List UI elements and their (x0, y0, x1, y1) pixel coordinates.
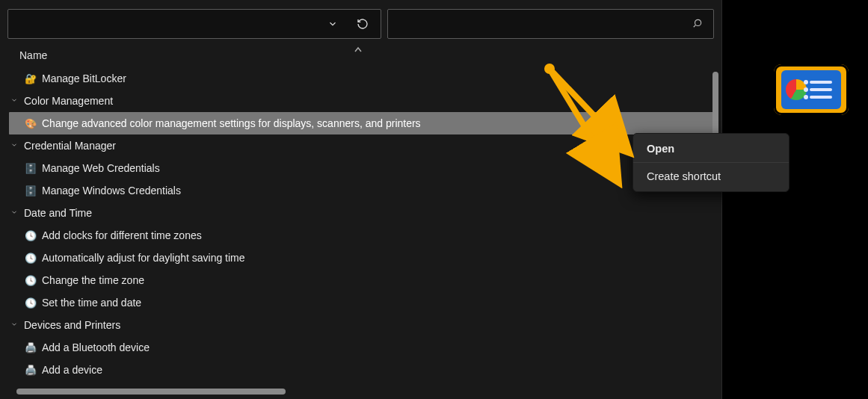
slider-bars-icon (810, 81, 832, 99)
svg-point-0 (695, 19, 701, 25)
group-label: Credential Manager (24, 140, 116, 152)
list-item-label: Manage Windows Credentials (42, 185, 181, 197)
chevron-down-icon (9, 208, 19, 217)
list-item-label: Add a device (42, 364, 102, 376)
list-item-label: Automatically adjust for daylight saving… (42, 252, 245, 264)
list-item-label: Change the time zone (42, 274, 144, 286)
clock-icon: 🕓 (24, 273, 37, 287)
vertical-scrollbar-thumb[interactable] (712, 72, 718, 139)
group-label: Color Management (24, 95, 113, 107)
address-bar[interactable] (7, 9, 381, 39)
sort-indicator-icon (354, 45, 362, 54)
list-item[interactable]: 🖨️Add a Bluetooth device (9, 336, 714, 359)
horizontal-scrollbar-thumb[interactable] (16, 389, 286, 395)
explorer-window: Name 🔐Manage BitLockerColor Management🎨C… (0, 0, 722, 399)
device-icon: 🖨️ (24, 341, 37, 354)
group-label: Date and Time (24, 207, 92, 219)
list-item-label: Add clocks for different time zones (42, 229, 202, 241)
column-header-name[interactable]: Name (9, 45, 721, 66)
list-item[interactable]: 🖨️Add a device (9, 359, 714, 381)
menu-item-create-shortcut[interactable]: Create shortcut (633, 162, 789, 190)
color-icon: 🎨 (24, 117, 37, 130)
clock-icon: 🕓 (24, 229, 37, 242)
history-dropdown-button[interactable] (319, 13, 346, 35)
device-icon: 🖨️ (24, 363, 37, 377)
search-bar[interactable] (387, 9, 714, 39)
search-icon (692, 18, 703, 31)
group-header-devices[interactable]: Devices and Printers (9, 314, 714, 336)
chevron-down-icon (327, 19, 338, 29)
refresh-icon (357, 18, 369, 30)
menu-item-open[interactable]: Open (633, 135, 789, 162)
chevron-down-icon (9, 96, 19, 105)
list-item-label: Manage BitLocker (42, 72, 126, 84)
svg-line-1 (694, 25, 696, 27)
list-item-label: Add a Bluetooth device (42, 341, 150, 353)
list-item[interactable]: 🔐Manage BitLocker (9, 67, 714, 90)
vault-icon: 🗄️ (24, 161, 37, 175)
clock-icon: 🕓 (24, 296, 37, 309)
group-header-color[interactable]: Color Management (9, 90, 714, 112)
list-item[interactable]: 🕓Set the time and date (9, 291, 714, 314)
refresh-button[interactable] (349, 13, 376, 35)
list-item[interactable]: 🎨Change advanced color management settin… (9, 112, 714, 134)
control-panel-screen-icon (781, 70, 841, 109)
task-list: 🔐Manage BitLockerColor Management🎨Change… (9, 67, 714, 392)
list-item-label: Set the time and date (42, 297, 141, 309)
list-item[interactable]: 🕓Add clocks for different time zones (9, 224, 714, 247)
control-panel-icon (774, 64, 849, 115)
group-header-datetime[interactable]: Date and Time (9, 202, 714, 224)
list-item[interactable]: 🗄️Manage Web Credentials (9, 157, 714, 179)
content-area: Name 🔐Manage BitLockerColor Management🎨C… (0, 45, 721, 399)
bitlocker-icon: 🔐 (24, 72, 37, 85)
list-item[interactable]: 🕓Change the time zone (9, 269, 714, 291)
clock-icon: 🕓 (24, 251, 37, 265)
chevron-down-icon (9, 321, 19, 330)
vault-icon: 🗄️ (24, 184, 37, 197)
list-item[interactable]: 🕓Automatically adjust for daylight savin… (9, 247, 714, 269)
toolbar (0, 0, 721, 45)
list-item-label: Change advanced color management setting… (42, 117, 421, 129)
list-item[interactable]: 🗄️Manage Windows Credentials (9, 179, 714, 202)
group-header-cred[interactable]: Credential Manager (9, 134, 714, 157)
chevron-down-icon (9, 141, 19, 150)
context-menu: Open Create shortcut (632, 133, 789, 192)
group-label: Devices and Printers (24, 319, 120, 331)
list-item-label: Manage Web Credentials (42, 162, 160, 174)
